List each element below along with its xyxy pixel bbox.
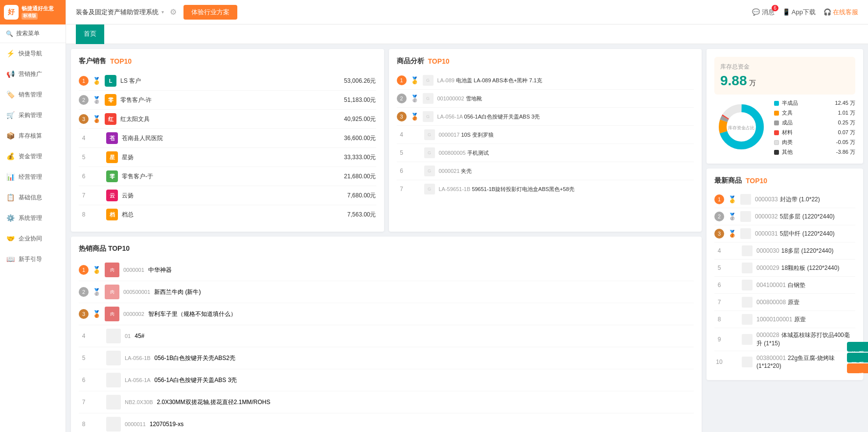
inventory-value: 9.88 xyxy=(720,73,747,89)
table-row: 1 🥇 L LS 客户 53,006.26元 xyxy=(79,72,376,91)
hot-products-card: 热销商品 TOP10 1 🥇 肉 0000001 中华神器 2 🥈 肉 000 xyxy=(71,237,702,432)
panel-right: 库存总资金 9.88 万 xyxy=(707,49,863,427)
try-plan-button[interactable]: 体验行业方案 xyxy=(183,5,237,20)
enterprise-icon: 🤝 xyxy=(6,234,15,243)
medal-gold-icon: 🥇 xyxy=(411,76,419,84)
quicknav-icon: ⚡ xyxy=(6,49,15,58)
sidebar-item-purchase[interactable]: 🛒 采购管理 xyxy=(0,105,66,125)
medal-gold-icon: 🥇 xyxy=(92,266,101,274)
legend-item-material: 材料 0.07 万 xyxy=(774,129,855,136)
sidebar-item-inventory[interactable]: 📦 库存核算 xyxy=(0,125,66,146)
medal-bronze-icon: 🥉 xyxy=(728,230,736,238)
sidebar-search[interactable]: 🔍 搜索菜单 xyxy=(0,24,66,43)
customer-amount: 7,680.00元 xyxy=(347,192,376,200)
sidebar-item-marketing[interactable]: 📢 营销推广 xyxy=(0,64,66,84)
table-row: 2 🥈 零 零售客户-许 51,183.00元 xyxy=(79,91,376,110)
sidebar-item-sales[interactable]: 🏷️ 销售管理 xyxy=(0,84,66,105)
table-row: 4 G 0000017 10S 变刹罗狼 xyxy=(397,126,694,144)
list-item: 3 🥉 肉 0000002 智利车子里（规格不知道填什么） xyxy=(79,303,694,325)
float-live-button[interactable]: 直播 xyxy=(847,363,868,373)
legend-item-semifinished: 半成品 12.45 万 xyxy=(774,99,855,107)
legend-dot-meat xyxy=(774,140,779,145)
page-body: 客户销售 TOP10 1 🥇 L LS 客户 53,006.26元 xyxy=(66,44,868,432)
float-community-button[interactable]: 服务社区 xyxy=(847,353,868,362)
sidebar-item-finance[interactable]: 💰 资金管理 xyxy=(0,146,66,167)
product-thumb: G xyxy=(424,166,435,176)
customer-amount: 40,925.00元 xyxy=(344,115,376,123)
customer-name: LS 客户 xyxy=(120,77,340,85)
sidebar-item-system[interactable]: ⚙️ 系统管理 xyxy=(0,208,66,228)
logo-badge: 标准版 xyxy=(22,13,38,20)
table-row: 3 🥉 红 红太阳文具 40,925.00元 xyxy=(79,110,376,129)
list-item: 5 000002918颗粒板 (1220*2440) xyxy=(714,260,855,277)
list-item: 1 🥇 0000033封边带 (1.0*22) xyxy=(714,191,855,208)
logo-icon: 好 xyxy=(4,5,19,20)
sidebar-logo: 好 畅捷通好生意 标准版 xyxy=(0,0,66,24)
customer-name: 云扬 xyxy=(122,192,343,200)
notification-button[interactable]: 💬 消息 6 xyxy=(752,8,775,17)
rank-4: 4 xyxy=(79,135,89,142)
medal-silver-icon: 🥈 xyxy=(728,213,736,220)
inventory-card: 库存总资金 9.88 万 xyxy=(707,49,863,164)
avatar: 零 xyxy=(105,94,116,106)
tab-home[interactable]: 首页 xyxy=(76,24,104,44)
medal-bronze-icon: 🥉 xyxy=(92,310,101,318)
legend: 半成品 12.45 万 文具 1.01 万 成品 0.25 万 xyxy=(774,99,855,156)
np-thumb xyxy=(740,211,751,222)
product-analysis-card: 商品分析 TOP10 1 🥇 G LA-089 电池盖 LA-089 ABS本色… xyxy=(389,49,702,232)
np-thumb xyxy=(742,280,753,290)
new-products-card: 最新商品 TOP10 1 🥇 0000033封边带 (1.0*22) 2 🥈 xyxy=(707,168,863,380)
legend-item-stationery: 文具 1.01 万 xyxy=(774,109,855,117)
sidebar-item-operations[interactable]: 📊 经营管理 xyxy=(0,167,66,187)
rank-1: 1 xyxy=(79,76,89,86)
product-thumb xyxy=(106,395,121,409)
list-item: 5 LA-056-1B 056-1B白色按键开关壳ABS2壳 xyxy=(79,347,694,369)
product-thumb: G xyxy=(423,111,434,122)
customer-amount: 36,600.00元 xyxy=(344,134,376,143)
table-row: 8 档 档总 7,563.00元 xyxy=(79,205,376,224)
table-row: 3 🥉 G LA-056-1A 056-1A白色按键开关盖ABS 3壳 xyxy=(397,108,694,126)
sidebar-item-enterprise[interactable]: 🤝 企业协同 xyxy=(0,228,66,249)
np-thumb xyxy=(740,194,751,205)
donut-center-label: 库存资金占比 xyxy=(728,124,754,131)
online-service-button[interactable]: 🎧 在线客服 xyxy=(823,8,858,17)
medal-silver-icon: 🥈 xyxy=(411,95,419,102)
table-row: 6 G 0000021 夹壳 xyxy=(397,162,694,180)
notification-badge: 6 xyxy=(772,5,778,11)
np-thumb xyxy=(742,334,753,345)
table-row: 2 🥈 G 001000002 雪地靴 xyxy=(397,90,694,108)
hot-products-list: 1 🥇 肉 0000001 中华神器 2 🥈 肉 000500001 新西兰牛肉… xyxy=(79,259,694,432)
np-thumb xyxy=(742,245,753,256)
list-item: 2 🥈 肉 000500001 新西兰牛肉 (新牛) xyxy=(79,281,694,303)
avatar: 零 xyxy=(106,170,118,182)
avatar: 苍 xyxy=(106,132,118,144)
app-download-button[interactable]: 📱 App下载 xyxy=(782,8,816,17)
sidebar: 好 畅捷通好生意 标准版 🔍 搜索菜单 ⚡ 快捷导航 📢 营销推广 🏷️ 销售管… xyxy=(0,0,66,432)
sidebar-item-basic-info[interactable]: 📋 基础信息 xyxy=(0,187,66,208)
dropdown-arrow-icon[interactable]: ▾ xyxy=(161,9,164,15)
avatar: 星 xyxy=(106,151,118,163)
legend-dot-finished xyxy=(774,120,779,125)
table-row: 5 G 000800005 手机测试 xyxy=(397,144,694,162)
table-row: 4 苍 苍南县人民医院 36,600.00元 xyxy=(79,129,376,148)
np-thumb xyxy=(742,314,753,325)
float-customer-service-button[interactable]: 客服热线 xyxy=(847,342,868,352)
list-item: 8 0000011 12070519-xs xyxy=(79,413,694,432)
legend-dot-material xyxy=(774,130,779,135)
sidebar-item-beginner[interactable]: 📖 新手引导 xyxy=(0,249,66,269)
product-thumb xyxy=(106,329,121,343)
gear-icon[interactable]: ⚙ xyxy=(170,7,177,17)
message-icon: 💬 xyxy=(752,8,760,16)
customer-amount: 53,006.26元 xyxy=(344,77,376,85)
table-row: 7 云 云扬 7,680.00元 xyxy=(79,186,376,205)
legend-item-finished: 成品 0.25 万 xyxy=(774,119,855,126)
legend-dot-semifinished xyxy=(774,101,779,106)
list-item: 2 🥈 00000325层多层 (1220*2440) xyxy=(714,208,855,225)
list-item: 6 LA-056-1A 056-1A白色按键开关盖ABS 3壳 xyxy=(79,369,694,391)
customer-name: 红太阳文具 xyxy=(120,115,340,123)
sidebar-item-quicknav[interactable]: ⚡ 快捷导航 xyxy=(0,43,66,64)
list-item: 7 000800008原壹 xyxy=(714,294,855,311)
product-thumb: G xyxy=(424,147,435,158)
legend-dot-stationery xyxy=(774,111,779,116)
phone-icon: 📱 xyxy=(782,8,790,16)
